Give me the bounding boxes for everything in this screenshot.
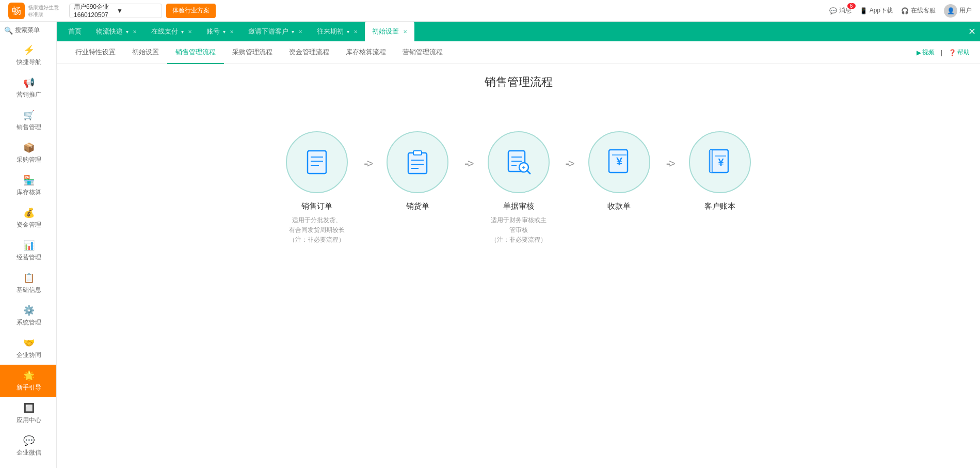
sidebar-item-销售管理[interactable]: 🛒销售管理 bbox=[0, 104, 56, 137]
sidebar-icon: 🛒 bbox=[23, 110, 35, 121]
flow-item-sales-order: 销售订单适用于分批发货、 有合同发货周期较长 （注：非必要流程） bbox=[270, 131, 363, 245]
try-plan-button[interactable]: 体验行业方案 bbox=[166, 4, 216, 18]
flow-item-receipt: ¥ 收款单 bbox=[573, 131, 666, 215]
message-icon: 💬 bbox=[829, 7, 837, 14]
sub-tab-营销管理流程[interactable]: 营销管理流程 bbox=[394, 41, 451, 64]
app-download-item[interactable]: 📱 App下载 bbox=[860, 6, 893, 15]
flow-item-title: 销货单 bbox=[406, 201, 429, 211]
sidebar-item-label: 企业微信 bbox=[17, 448, 41, 457]
dropdown-arrow-icon[interactable]: ▾ bbox=[126, 29, 128, 35]
nav-tab-往来期初[interactable]: 往来期初▾✕ bbox=[310, 22, 365, 41]
sidebar-item-快捷导航[interactable]: ⚡快捷导航 bbox=[0, 39, 56, 72]
nav-tabs-bar: 首页物流快递▾✕在线支付▾✕账号▾✕邀请下游客户▾✕往来期初▾✕初始设置✕✕ bbox=[57, 22, 980, 41]
sidebar-item-企业微信[interactable]: 💬企业微信 bbox=[0, 430, 56, 462]
sidebar-item-label: 应用中心 bbox=[17, 416, 41, 425]
user-profile-item[interactable]: 👤 用户 bbox=[944, 4, 972, 18]
sub-tab-资金管理流程[interactable]: 资金管理流程 bbox=[281, 41, 338, 64]
svg-rect-21 bbox=[710, 150, 713, 173]
content-area: 首页物流快递▾✕在线支付▾✕账号▾✕邀请下游客户▾✕往来期初▾✕初始设置✕✕ 行… bbox=[57, 22, 980, 468]
logo-icon: 畅 bbox=[8, 3, 25, 19]
user-selector[interactable]: 用户690企业1660120507 ▼ bbox=[69, 4, 162, 18]
sidebar-item-营销推广[interactable]: 📢营销推广 bbox=[0, 72, 56, 104]
svg-rect-4 bbox=[408, 153, 427, 174]
flow-item-title: 客户账本 bbox=[704, 201, 735, 211]
close-tab-icon[interactable]: ✕ bbox=[354, 29, 358, 35]
sidebar-item-系统管理[interactable]: ⚙️系统管理 bbox=[0, 300, 56, 332]
close-tab-icon[interactable]: ✕ bbox=[230, 29, 234, 35]
chevron-down-icon: ▼ bbox=[117, 7, 157, 14]
flow-circle-voucher-review[interactable] bbox=[488, 131, 550, 193]
page-content: 销售管理流程 销售订单适用于分批发货、 有合同发货周期较长 （注：非必要流程）·… bbox=[57, 64, 980, 468]
sub-tab-行业特性设置[interactable]: 行业特性设置 bbox=[67, 41, 124, 64]
download-icon: 📱 bbox=[860, 7, 867, 14]
close-tab-icon[interactable]: ✕ bbox=[133, 29, 137, 35]
flow-item-customer-account: ¥ 客户账本 bbox=[673, 131, 766, 215]
online-service-item[interactable]: 🎧 在线客服 bbox=[901, 6, 936, 15]
flow-item-title: 销售订单 bbox=[301, 201, 332, 211]
sidebar-icon: 💰 bbox=[23, 207, 35, 219]
sidebar-icon: 🔲 bbox=[23, 402, 35, 414]
sidebar-icon: 📦 bbox=[23, 142, 35, 153]
sidebar-icon: 📢 bbox=[23, 77, 35, 88]
sidebar-item-应用中心[interactable]: 🔲应用中心 bbox=[0, 397, 56, 430]
flow-circle-receipt[interactable]: ¥ bbox=[588, 131, 650, 193]
sidebar-item-企业协同[interactable]: 🤝企业协同 bbox=[0, 332, 56, 365]
nav-tab-首页[interactable]: 首页 bbox=[61, 22, 89, 41]
message-badge: 6 bbox=[847, 3, 856, 9]
top-bar-left: 畅 畅康通好生意 标准版 用户690企业1660120507 ▼ 体验行业方案 bbox=[8, 3, 216, 19]
nav-tab-账号[interactable]: 账号▾✕ bbox=[199, 22, 241, 41]
flow-arrow-icon: ···> bbox=[363, 131, 371, 212]
logo-text: 畅康通好生意 标准版 bbox=[28, 4, 59, 18]
close-tab-icon[interactable]: ✕ bbox=[403, 29, 407, 35]
dropdown-arrow-icon[interactable]: ▾ bbox=[181, 29, 184, 35]
flow-item-desc: 适用于分批发货、 有合同发货周期较长 （注：非必要流程） bbox=[289, 215, 345, 245]
video-link[interactable]: ▶ 视频 bbox=[917, 48, 935, 57]
sidebar-item-label: 系统管理 bbox=[17, 318, 41, 327]
close-all-tabs-icon[interactable]: ✕ bbox=[968, 26, 976, 37]
sidebar-item-label: 快捷导航 bbox=[17, 58, 41, 67]
sub-tab-采购管理流程[interactable]: 采购管理流程 bbox=[224, 41, 281, 64]
sidebar-item-label: 营销推广 bbox=[17, 90, 41, 99]
page-header: 行业特性设置初始设置销售管理流程采购管理流程资金管理流程库存核算流程营销管理流程… bbox=[57, 41, 980, 64]
sidebar-item-label: 企业协同 bbox=[17, 351, 41, 360]
headset-icon: 🎧 bbox=[901, 7, 909, 14]
sidebar-icon: ⚡ bbox=[23, 44, 35, 56]
flow-circle-delivery-note[interactable] bbox=[387, 131, 448, 193]
sub-tab-初始设置[interactable]: 初始设置 bbox=[124, 41, 167, 64]
close-tab-icon[interactable]: ✕ bbox=[188, 29, 192, 35]
svg-rect-5 bbox=[413, 151, 422, 155]
sub-tab-销售管理流程[interactable]: 销售管理流程 bbox=[167, 41, 224, 64]
dropdown-arrow-icon[interactable]: ▾ bbox=[347, 29, 349, 35]
nav-tab-label: 首页 bbox=[68, 27, 82, 36]
sidebar-icon: 💬 bbox=[23, 435, 35, 446]
sidebar-item-经营管理[interactable]: 📊经营管理 bbox=[0, 235, 56, 267]
sidebar-item-新手引导[interactable]: 🌟新手引导 bbox=[0, 365, 56, 397]
sidebar-search[interactable]: 🔍 搜索菜单 bbox=[0, 22, 56, 39]
flow-circle-sales-order[interactable] bbox=[286, 131, 348, 193]
sidebar-item-基础信息[interactable]: 📋基础信息 bbox=[0, 267, 56, 300]
nav-tab-物流快递[interactable]: 物流快递▾✕ bbox=[89, 22, 144, 41]
help-link[interactable]: ❓ 帮助 bbox=[949, 48, 970, 57]
sidebar-item-label: 采购管理 bbox=[17, 155, 41, 164]
page-header-right: ▶ 视频 | ❓ 帮助 bbox=[917, 48, 970, 57]
sidebar-icon: 📋 bbox=[23, 272, 35, 284]
nav-tab-label: 账号 bbox=[206, 27, 220, 36]
sidebar-item-资金管理[interactable]: 💰资金管理 bbox=[0, 202, 56, 235]
nav-tab-label: 在线支付 bbox=[151, 27, 178, 36]
page-title: 销售管理流程 bbox=[67, 74, 970, 90]
dropdown-arrow-icon[interactable]: ▾ bbox=[292, 29, 294, 35]
nav-tab-邀请下游客户[interactable]: 邀请下游客户▾✕ bbox=[241, 22, 310, 41]
flow-circle-customer-account[interactable]: ¥ bbox=[689, 131, 751, 193]
nav-tab-初始设置[interactable]: 初始设置✕ bbox=[365, 22, 414, 41]
nav-tab-在线支付[interactable]: 在线支付▾✕ bbox=[144, 22, 199, 41]
sidebar-item-采购管理[interactable]: 📦采购管理 bbox=[0, 137, 56, 169]
help-icon: ❓ bbox=[949, 49, 956, 56]
sidebar-icon: ⚙️ bbox=[23, 305, 35, 316]
sidebar-item-库存核算[interactable]: 🏪库存核算 bbox=[0, 169, 56, 202]
sidebar-item-畅会员[interactable]: 👑畅会员 bbox=[0, 462, 56, 468]
dropdown-arrow-icon[interactable]: ▾ bbox=[223, 29, 226, 35]
close-tab-icon[interactable]: ✕ bbox=[298, 29, 302, 35]
flow-diagram: 销售订单适用于分批发货、 有合同发货周期较长 （注：非必要流程）···> 销货单… bbox=[67, 121, 970, 256]
sub-tab-库存核算流程[interactable]: 库存核算流程 bbox=[338, 41, 394, 64]
message-item[interactable]: 💬 消息 6 bbox=[829, 6, 852, 15]
